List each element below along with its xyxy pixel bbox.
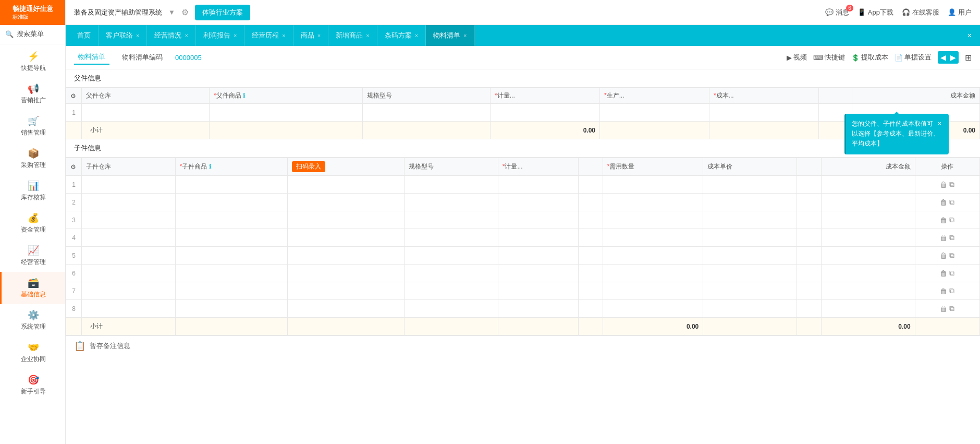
- child-row-6-unit-cost[interactable]: [703, 265, 797, 282]
- child-row-5-unit[interactable]: [498, 247, 578, 265]
- child-row-5-qty[interactable]: [603, 247, 703, 265]
- tab-close-all[interactable]: ×: [963, 31, 976, 40]
- tab-barcode-close[interactable]: ×: [415, 32, 418, 39]
- child-row-2-unit-cost[interactable]: [703, 194, 797, 211]
- child-row-4-warehouse[interactable]: [82, 229, 176, 247]
- tab-customers-close[interactable]: ×: [136, 32, 139, 39]
- tab-new-goods[interactable]: 新增商品 ×: [328, 25, 377, 46]
- tab-bom-close[interactable]: ×: [463, 32, 467, 39]
- child-row-8-warehouse[interactable]: [82, 300, 176, 318]
- tab-goods[interactable]: 商品 ×: [293, 25, 328, 46]
- child-row-1-warehouse[interactable]: [82, 176, 176, 194]
- child-row-3-warehouse[interactable]: [82, 211, 176, 229]
- child-row-4-delete-icon[interactable]: 🗑: [940, 234, 947, 242]
- child-row-4-qty[interactable]: [603, 229, 703, 247]
- grid-view-icon[interactable]: ⊞: [965, 53, 972, 63]
- child-row-8-delete-icon[interactable]: 🗑: [940, 305, 947, 313]
- child-row-5-copy-icon[interactable]: ⧉: [949, 251, 954, 260]
- tab-home[interactable]: 首页: [70, 25, 99, 46]
- sidebar-item-quick-nav[interactable]: ⚡ 快捷导航: [0, 45, 65, 78]
- child-row-1-qty[interactable]: [603, 176, 703, 194]
- child-col-settings[interactable]: ⚙: [66, 158, 82, 176]
- child-row-2-qty[interactable]: [603, 194, 703, 211]
- system-title-dropdown-icon[interactable]: ▼: [168, 8, 175, 16]
- tab-bom[interactable]: 物料清单 ×: [426, 25, 474, 46]
- tab-operations-close[interactable]: ×: [185, 32, 188, 39]
- child-row-7-warehouse[interactable]: [82, 282, 176, 300]
- child-row-5-product[interactable]: [175, 247, 288, 265]
- child-row-2-warehouse[interactable]: [82, 194, 176, 211]
- child-row-2-spec[interactable]: [405, 194, 498, 211]
- child-row-5-spec[interactable]: [405, 247, 498, 265]
- child-row-7-delete-icon[interactable]: 🗑: [940, 287, 947, 295]
- child-row-5-delete-icon[interactable]: 🗑: [940, 251, 947, 260]
- child-row-2-delete-icon[interactable]: 🗑: [940, 198, 947, 207]
- child-row-6-spec[interactable]: [405, 265, 498, 282]
- user-btn[interactable]: 👤 用户: [948, 8, 972, 17]
- action-video[interactable]: ▶ 视频: [787, 53, 807, 62]
- child-row-4-spec[interactable]: [405, 229, 498, 247]
- child-row-6-delete-icon[interactable]: 🗑: [940, 269, 947, 278]
- tab-operations[interactable]: 经营情况 ×: [147, 25, 195, 46]
- child-row-1-unit-cost[interactable]: [703, 176, 797, 194]
- child-row-2-copy-icon[interactable]: ⧉: [949, 198, 954, 207]
- tooltip-close-btn[interactable]: ×: [938, 119, 941, 129]
- sidebar-item-marketing[interactable]: 📢 营销推广: [0, 78, 65, 110]
- tab-history-close[interactable]: ×: [282, 32, 285, 39]
- child-row-1-spec[interactable]: [405, 176, 498, 194]
- child-row-4-product[interactable]: [175, 229, 288, 247]
- child-row-8-unit-cost[interactable]: [703, 300, 797, 318]
- child-row-6-warehouse[interactable]: [82, 265, 176, 282]
- message-btn[interactable]: 💬 消息 6: [825, 8, 849, 17]
- child-row-8-unit[interactable]: [498, 300, 578, 318]
- child-row-3-unit-cost[interactable]: [703, 211, 797, 229]
- next-arrow[interactable]: ▶: [949, 52, 958, 63]
- child-row-6-qty[interactable]: [603, 265, 703, 282]
- action-extract-cost[interactable]: 💲 提取成本: [851, 53, 888, 62]
- child-row-7-copy-icon[interactable]: ⧉: [949, 286, 954, 295]
- parent-row-1-unit[interactable]: [491, 104, 600, 122]
- child-row-8-spec[interactable]: [405, 300, 498, 318]
- child-row-7-unit[interactable]: [498, 282, 578, 300]
- parent-row-1-spec[interactable]: [363, 104, 491, 122]
- child-row-8-copy-icon[interactable]: ⧉: [949, 304, 954, 313]
- parent-product-help-icon[interactable]: ℹ: [243, 92, 246, 99]
- sidebar-item-sales[interactable]: 🛒 销售管理: [0, 110, 65, 142]
- tab-barcode[interactable]: 条码方案 ×: [377, 25, 426, 46]
- tab-customers[interactable]: 客户联络 ×: [99, 25, 147, 46]
- tab-goods-close[interactable]: ×: [317, 32, 321, 39]
- child-row-3-product[interactable]: [175, 211, 288, 229]
- sub-tab-bom-code[interactable]: 物料清单编码: [118, 51, 167, 64]
- child-row-6-copy-icon[interactable]: ⧉: [949, 269, 954, 278]
- child-row-3-delete-icon[interactable]: 🗑: [940, 216, 947, 224]
- child-row-3-unit[interactable]: [498, 211, 578, 229]
- online-service-btn[interactable]: 🎧 在线客服: [902, 8, 939, 17]
- child-row-8-qty[interactable]: [603, 300, 703, 318]
- child-row-7-spec[interactable]: [405, 282, 498, 300]
- child-row-1-copy-icon[interactable]: ⧉: [949, 180, 954, 189]
- child-row-2-unit[interactable]: [498, 194, 578, 211]
- child-row-4-copy-icon[interactable]: ⧉: [949, 233, 954, 242]
- tab-new-goods-close[interactable]: ×: [366, 32, 369, 39]
- child-product-help-icon[interactable]: ℹ: [209, 163, 212, 170]
- parent-row-1-cost[interactable]: [709, 104, 818, 122]
- sidebar-item-inventory[interactable]: 📊 库存核算: [0, 175, 65, 207]
- action-doc-settings[interactable]: 📄 单据设置: [895, 53, 932, 62]
- child-row-3-copy-icon[interactable]: ⧉: [949, 215, 954, 224]
- child-row-5-unit-cost[interactable]: [703, 247, 797, 265]
- child-row-3-qty[interactable]: [603, 211, 703, 229]
- tab-profit[interactable]: 利润报告 ×: [196, 25, 244, 46]
- tab-history[interactable]: 经营历程 ×: [244, 25, 293, 46]
- parent-row-1-warehouse[interactable]: [82, 104, 210, 122]
- child-row-4-unit[interactable]: [498, 229, 578, 247]
- sidebar-item-operation[interactable]: 📈 经营管理: [0, 239, 65, 272]
- scan-input-btn[interactable]: 扫码录入: [292, 161, 325, 172]
- sidebar-item-enterprise[interactable]: 🤝 企业协同: [0, 337, 65, 369]
- child-row-4-unit-cost[interactable]: [703, 229, 797, 247]
- sidebar-item-system[interactable]: ⚙️ 系统管理: [0, 304, 65, 337]
- sub-tab-bom[interactable]: 物料清单: [74, 50, 109, 65]
- child-row-7-unit-cost[interactable]: [703, 282, 797, 300]
- child-row-1-delete-icon[interactable]: 🗑: [940, 181, 947, 189]
- child-row-7-qty[interactable]: [603, 282, 703, 300]
- child-row-3-spec[interactable]: [405, 211, 498, 229]
